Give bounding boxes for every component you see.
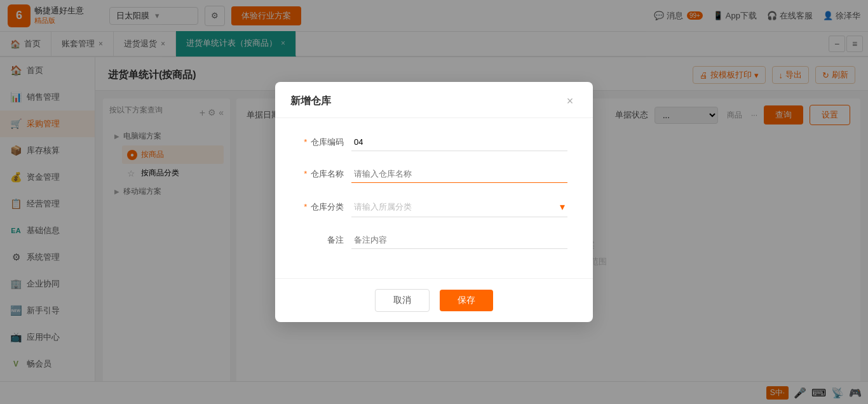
warehouse-code-input[interactable]	[351, 133, 567, 151]
code-label: * 仓库编码	[301, 137, 351, 148]
new-warehouse-dialog: 新增仓库 × * 仓库编码 * 仓库名称	[275, 82, 593, 322]
warehouse-remark-input[interactable]	[351, 231, 567, 249]
form-row-category: * 仓库分类 请输入所属分类 ▾	[301, 197, 567, 217]
dialog-body: * 仓库编码 * 仓库名称 * 仓库分类 请输入	[275, 118, 593, 278]
dialog-title: 新增仓库	[290, 95, 331, 108]
category-required-star: *	[304, 202, 307, 212]
form-row-code: * 仓库编码	[301, 133, 567, 151]
form-row-name: * 仓库名称	[301, 165, 567, 183]
form-row-remark: 备注	[301, 231, 567, 249]
category-label: * 仓库分类	[301, 201, 351, 213]
cancel-button[interactable]: 取消	[375, 289, 430, 312]
category-dropdown-arrow: ▾	[560, 201, 565, 213]
warehouse-name-input[interactable]	[351, 165, 567, 183]
dialog-footer: 取消 保存	[275, 278, 593, 322]
name-required-star: *	[304, 169, 307, 178]
category-placeholder: 请输入所属分类	[354, 201, 560, 213]
remark-label: 备注	[301, 234, 351, 246]
warehouse-category-select[interactable]: 请输入所属分类 ▾	[351, 197, 567, 217]
save-button[interactable]: 保存	[440, 290, 493, 311]
dialog-overlay[interactable]: 新增仓库 × * 仓库编码 * 仓库名称	[0, 0, 868, 404]
code-required-star: *	[304, 137, 307, 147]
name-label: * 仓库名称	[301, 168, 351, 180]
dialog-header: 新增仓库 ×	[275, 82, 593, 118]
dialog-close-button[interactable]: ×	[562, 93, 578, 109]
